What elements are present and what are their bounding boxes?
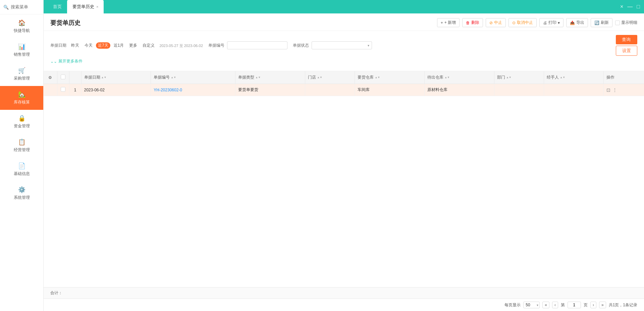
query-button[interactable]: 查询 <box>616 35 637 44</box>
sidebar-item-finance[interactable]: 🔒 资金管理 <box>0 110 43 134</box>
cell-actions: ⊡ ⋮ <box>604 84 644 96</box>
cell-doc-number: YH-20230602-0 <box>151 84 235 96</box>
gear-icon: ⚙️ <box>18 186 25 193</box>
cancel-stop-button[interactable]: ⊙ 取消中止 <box>508 18 537 27</box>
date-filter-label: 单据日期 <box>50 43 66 48</box>
prev-page-btn[interactable]: ‹ <box>552 302 558 308</box>
expand-icon: ⌄⌄ <box>50 59 57 64</box>
date-today[interactable]: 今天 <box>83 42 95 49</box>
plus-icon: + <box>441 20 443 25</box>
export-icon: 📤 <box>570 20 575 25</box>
warehouse-icon: 🏡 <box>18 91 25 98</box>
table-header: ⚙ 单据日期 ▲▼ 单据编号 <box>44 71 644 84</box>
tab-home[interactable]: 首页 <box>48 0 67 13</box>
date-last7days[interactable]: 近7天 <box>96 42 110 49</box>
doc-number-link[interactable]: YH-20230602-0 <box>154 88 182 92</box>
doc-number-input[interactable] <box>227 41 287 49</box>
sidebar-item-label: 系统管理 <box>14 195 30 201</box>
th-handler[interactable]: 经手人 ▲▼ <box>544 71 604 84</box>
sidebar-item-label: 快捷导航 <box>14 28 30 34</box>
filter-row-1: 单据日期 昨天 今天 近7天 近1月 更多 自定义 2023-05-27 至 2… <box>50 35 637 56</box>
sidebar-item-label: 销售管理 <box>14 52 30 57</box>
lock-icon: 🔒 <box>18 115 25 122</box>
cancel-stop-icon: ⊙ <box>512 20 516 25</box>
new-button[interactable]: + + 新增 <box>437 18 460 27</box>
sidebar-search[interactable]: 🔍 搜索菜单 <box>0 0 43 14</box>
main-container: 首页 要货单历史 × × — □ 要货单历史 + + 新增 🗑 删除 <box>44 0 644 311</box>
sort-arrows-dept: ▲▼ <box>506 76 512 79</box>
date-last1month[interactable]: 近1月 <box>112 42 126 49</box>
sidebar-item-label: 基础信息 <box>14 171 30 177</box>
sidebar-item-operations[interactable]: 📋 经营管理 <box>0 134 43 158</box>
doc-status-filter-group: 单据状态 ▾ <box>293 41 372 49</box>
cell-date: 2023-06-02 <box>81 84 151 96</box>
doc-status-select[interactable] <box>312 41 372 49</box>
th-settings[interactable]: ⚙ <box>44 71 57 84</box>
settings-button[interactable]: 设置 <box>616 46 637 56</box>
topbar-close-btn[interactable]: × <box>620 4 623 10</box>
cell-handler <box>544 84 604 96</box>
tab-requisition-label: 要货单历史 <box>72 4 94 10</box>
sidebar-item-system[interactable]: ⚙️ 系统管理 <box>0 181 43 205</box>
date-custom[interactable]: 自定义 <box>141 42 157 49</box>
filter-area: 单据日期 昨天 今天 近7天 近1月 更多 自定义 2023-05-27 至 2… <box>44 31 644 71</box>
sidebar-item-quick-nav[interactable]: 🏠 快捷导航 <box>0 14 43 38</box>
sidebar-item-label: 经营管理 <box>14 147 30 153</box>
topbar-minimize-btn[interactable]: — <box>627 4 633 10</box>
display-detail-toggle[interactable]: 显示明细 <box>615 20 637 26</box>
view-action-icon[interactable]: ⊡ <box>606 87 610 93</box>
date-range-display: 2023-05-27 至 2023-06-02 <box>159 43 203 48</box>
data-table: ⚙ 单据日期 ▲▼ 单据编号 <box>44 71 644 96</box>
page-content: 要货单历史 + + 新增 🗑 删除 ⊘ 中止 ⊙ 取消中止 <box>44 13 644 311</box>
query-buttons: 查询 设置 <box>616 35 637 56</box>
date-more[interactable]: 更多 <box>127 42 139 49</box>
date-yesterday[interactable]: 昨天 <box>69 42 81 49</box>
delete-button[interactable]: 🗑 删除 <box>462 18 483 27</box>
first-page-btn[interactable]: « <box>542 302 549 308</box>
page-suffix: 页 <box>584 302 588 308</box>
th-req-warehouse[interactable]: 要货仓库 ▲▼ <box>355 71 425 84</box>
expand-more-btn[interactable]: ⌄⌄ 展开更多条件 <box>50 58 83 64</box>
sidebar-item-label: 资金管理 <box>14 123 30 129</box>
cell-pending-warehouse: 原材料仓库 <box>425 84 494 96</box>
table-area: ⚙ 单据日期 ▲▼ 单据编号 <box>44 71 644 287</box>
tab-requisition-history[interactable]: 要货单历史 × <box>67 0 104 13</box>
doc-number-filter-group: 单据编号 <box>208 41 287 49</box>
next-page-btn[interactable]: › <box>590 302 596 308</box>
cell-checkbox[interactable] <box>57 84 69 96</box>
sidebar-item-basic[interactable]: 📄 基础信息 <box>0 158 43 181</box>
doc-status-select-wrap: ▾ <box>312 41 372 49</box>
cell-doc-type: 要货单要货 <box>235 84 305 96</box>
th-doc-number[interactable]: 单据编号 ▲▼ <box>151 71 235 84</box>
th-checkbox[interactable] <box>57 71 69 84</box>
refresh-button[interactable]: 🔄 刷新 <box>591 18 612 27</box>
per-page-select[interactable]: 10 20 50 100 <box>523 302 540 308</box>
per-page-label: 每页显示 <box>504 302 521 308</box>
topbar-maximize-btn[interactable]: □ <box>637 4 640 10</box>
select-all-checkbox[interactable] <box>61 75 65 79</box>
sidebar-item-sales[interactable]: 📊 销售管理 <box>0 38 43 62</box>
page-input[interactable] <box>568 302 581 308</box>
sort-arrows-doctype: ▲▼ <box>255 76 261 79</box>
th-store[interactable]: 门店 ▲▼ <box>305 71 355 84</box>
th-actions: 操作 <box>604 71 644 84</box>
export-button[interactable]: 📤 导出 <box>566 18 588 27</box>
sidebar-item-purchase[interactable]: 🛒 采购管理 <box>0 62 43 86</box>
tab-close-icon[interactable]: × <box>96 5 98 9</box>
row-checkbox[interactable] <box>61 87 65 92</box>
th-doc-type[interactable]: 单据类型 ▲▼ <box>235 71 305 84</box>
cell-store <box>305 84 355 96</box>
sort-arrows-reqwh: ▲▼ <box>375 76 380 79</box>
sidebar-item-inventory[interactable]: 🏡 库存核算 <box>0 86 43 110</box>
print-button[interactable]: 🖨 打印 ▾ <box>539 18 564 27</box>
th-department[interactable]: 部门 ▲▼ <box>494 71 544 84</box>
th-date[interactable]: 单据日期 ▲▼ <box>81 71 151 84</box>
table-body: 1 2023-06-02 YH-20230602-0 要货单要货 车间库 原材料… <box>44 84 644 96</box>
sort-arrows-date: ▲▼ <box>101 76 107 79</box>
tab-home-label: 首页 <box>53 4 62 10</box>
last-page-btn[interactable]: » <box>599 302 606 308</box>
more-action-icon[interactable]: ⋮ <box>612 87 617 93</box>
th-pending-warehouse[interactable]: 待出仓库 ▲▼ <box>425 71 494 84</box>
stop-button[interactable]: ⊘ 中止 <box>486 18 506 27</box>
table-row[interactable]: 1 2023-06-02 YH-20230602-0 要货单要货 车间库 原材料… <box>44 84 644 96</box>
